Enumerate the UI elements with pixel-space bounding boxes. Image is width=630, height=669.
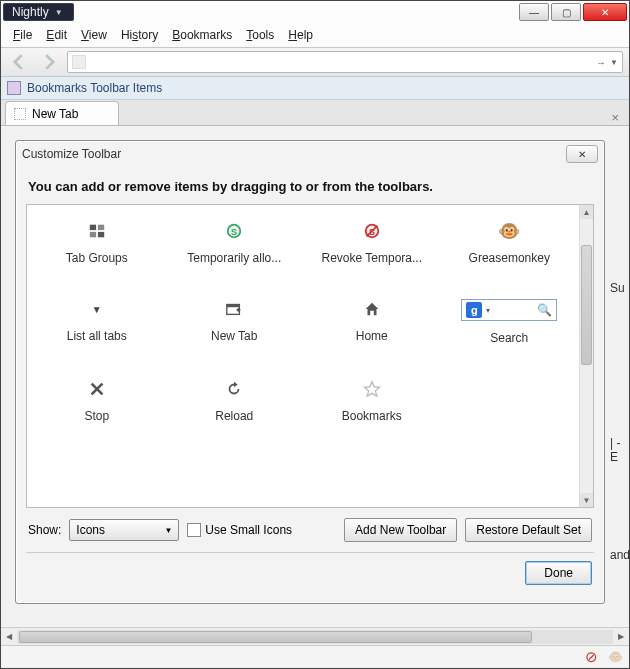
svg-rect-1 bbox=[98, 225, 104, 230]
scroll-thumb[interactable] bbox=[19, 631, 532, 643]
palette-item-label: Temporarily allo... bbox=[187, 251, 281, 265]
menu-view[interactable]: View bbox=[75, 26, 113, 44]
dialog-title-bar: Customize Toolbar ✕ bbox=[16, 141, 604, 167]
palette-item-reload[interactable]: Reload bbox=[169, 371, 301, 431]
toolbar-item-palette: Tab GroupsSTemporarily allo...SRevoke Te… bbox=[26, 204, 594, 508]
use-small-icons-label: Use Small Icons bbox=[205, 523, 292, 537]
menu-edit[interactable]: Edit bbox=[40, 26, 73, 44]
bookmarks-toolbar-label: Bookmarks Toolbar Items bbox=[27, 81, 162, 95]
done-button[interactable]: Done bbox=[525, 561, 592, 585]
svg-rect-0 bbox=[90, 225, 96, 230]
browser-window: Nightly ▼ — ▢ ✕ File Edit View History B… bbox=[0, 0, 630, 669]
side-hint: | - E bbox=[608, 436, 628, 464]
menu-tools[interactable]: Tools bbox=[240, 26, 280, 44]
palette-item-label: Home bbox=[356, 329, 388, 343]
tab-strip: New Tab × bbox=[1, 100, 629, 126]
tabgroups-icon bbox=[87, 221, 107, 241]
menu-file[interactable]: File bbox=[7, 26, 38, 44]
palette-item-tabgroups[interactable]: Tab Groups bbox=[31, 213, 163, 273]
bookmarks-toolbar-icon bbox=[7, 81, 21, 95]
newtab-icon bbox=[224, 299, 244, 319]
palette-item-label: Bookmarks bbox=[342, 409, 402, 423]
palette-item-label: Greasemonkey bbox=[469, 251, 550, 265]
palette-item-label: Reload bbox=[215, 409, 253, 423]
dialog-options-row: Show: Icons ▼ Use Small Icons Add New To… bbox=[26, 508, 594, 546]
chevron-down-icon: ▾ bbox=[486, 306, 490, 315]
title-bar: Nightly ▼ — ▢ ✕ bbox=[1, 1, 629, 23]
scroll-up-icon[interactable]: ▲ bbox=[580, 205, 593, 219]
menu-bar: File Edit View History Bookmarks Tools H… bbox=[1, 23, 629, 47]
minimize-button[interactable]: — bbox=[519, 3, 549, 21]
search-widget[interactable]: g▾🔍 bbox=[461, 299, 557, 321]
palette-item-listtabs[interactable]: ▼List all tabs bbox=[31, 291, 163, 353]
svg-rect-2 bbox=[90, 232, 96, 237]
scroll-down-icon[interactable]: ▼ bbox=[580, 493, 593, 507]
scroll-right-icon[interactable]: ▶ bbox=[613, 630, 629, 644]
stop-icon bbox=[87, 379, 107, 399]
forward-button[interactable] bbox=[37, 51, 61, 73]
go-arrow-icon: → bbox=[596, 57, 606, 68]
palette-scrollbar[interactable]: ▲ ▼ bbox=[579, 205, 593, 507]
dialog-title: Customize Toolbar bbox=[22, 147, 121, 161]
scroll-left-icon[interactable]: ◀ bbox=[1, 630, 17, 644]
show-mode-dropdown[interactable]: Icons ▼ bbox=[69, 519, 179, 541]
tab-active[interactable]: New Tab bbox=[5, 101, 119, 125]
back-button[interactable] bbox=[7, 51, 31, 73]
content-area: Su | - E and Customize Toolbar ✕ You can… bbox=[1, 126, 629, 627]
search-icon: 🔍 bbox=[537, 303, 552, 317]
bookmarks-toolbar: Bookmarks Toolbar Items bbox=[1, 77, 629, 100]
svg-rect-3 bbox=[98, 232, 104, 237]
checkbox-icon bbox=[187, 523, 201, 537]
dialog-instruction: You can add or remove items by dragging … bbox=[26, 173, 594, 204]
divider bbox=[26, 552, 594, 553]
tab-favicon bbox=[14, 108, 26, 120]
side-hint: and bbox=[608, 548, 628, 562]
noscript-status-icon[interactable]: ⊘ bbox=[583, 649, 599, 665]
use-small-icons-checkbox[interactable]: Use Small Icons bbox=[187, 523, 292, 537]
menu-help[interactable]: Help bbox=[282, 26, 319, 44]
palette-item-search[interactable]: g▾🔍Search bbox=[444, 291, 576, 353]
noscript-revoke-icon: S bbox=[362, 221, 382, 241]
app-menu-label: Nightly bbox=[12, 5, 49, 19]
menu-history[interactable]: History bbox=[115, 26, 164, 44]
palette-item-stop[interactable]: Stop bbox=[31, 371, 163, 431]
nav-toolbar: → ▼ bbox=[1, 47, 629, 77]
svg-text:S: S bbox=[231, 227, 237, 237]
show-mode-value: Icons bbox=[76, 523, 105, 537]
greasemonkey-status-icon[interactable]: 🐵 bbox=[607, 649, 623, 665]
tab-close-button[interactable]: × bbox=[605, 110, 625, 125]
content-horizontal-scrollbar[interactable]: ◀ ▶ bbox=[1, 627, 629, 645]
tab-label: New Tab bbox=[32, 107, 78, 121]
add-new-toolbar-button[interactable]: Add New Toolbar bbox=[344, 518, 457, 542]
noscript-temp-icon: S bbox=[224, 221, 244, 241]
url-dropdown-icon[interactable]: ▼ bbox=[610, 58, 618, 67]
site-identity-icon bbox=[72, 55, 86, 69]
palette-item-noscript-temp[interactable]: STemporarily allo... bbox=[169, 213, 301, 273]
svg-rect-10 bbox=[227, 305, 240, 308]
show-label: Show: bbox=[28, 523, 61, 537]
greasemonkey-icon: 🐵 bbox=[499, 221, 519, 241]
palette-item-home[interactable]: Home bbox=[306, 291, 438, 353]
app-menu-button[interactable]: Nightly ▼ bbox=[3, 3, 74, 21]
menu-bookmarks[interactable]: Bookmarks bbox=[166, 26, 238, 44]
forward-icon bbox=[38, 51, 60, 73]
dialog-close-button[interactable]: ✕ bbox=[566, 145, 598, 163]
palette-item-label: Revoke Tempora... bbox=[322, 251, 423, 265]
close-button[interactable]: ✕ bbox=[583, 3, 627, 21]
url-bar[interactable]: → ▼ bbox=[67, 51, 623, 73]
scroll-thumb[interactable] bbox=[581, 245, 592, 365]
palette-item-star[interactable]: Bookmarks bbox=[306, 371, 438, 431]
restore-default-set-button[interactable]: Restore Default Set bbox=[465, 518, 592, 542]
palette-item-label: Tab Groups bbox=[66, 251, 128, 265]
search-engine-icon: g bbox=[466, 302, 482, 318]
status-bar: ⊘ 🐵 bbox=[1, 645, 629, 667]
palette-item-noscript-revoke[interactable]: SRevoke Tempora... bbox=[306, 213, 438, 273]
palette-item-label: New Tab bbox=[211, 329, 257, 343]
palette-item-greasemonkey[interactable]: 🐵Greasemonkey bbox=[444, 213, 576, 273]
palette-item-newtab[interactable]: New Tab bbox=[169, 291, 301, 353]
palette-item-label: Stop bbox=[84, 409, 109, 423]
palette-item-label: List all tabs bbox=[67, 329, 127, 343]
side-hint: Su bbox=[608, 281, 628, 295]
maximize-button[interactable]: ▢ bbox=[551, 3, 581, 21]
chevron-down-icon: ▼ bbox=[55, 8, 63, 17]
